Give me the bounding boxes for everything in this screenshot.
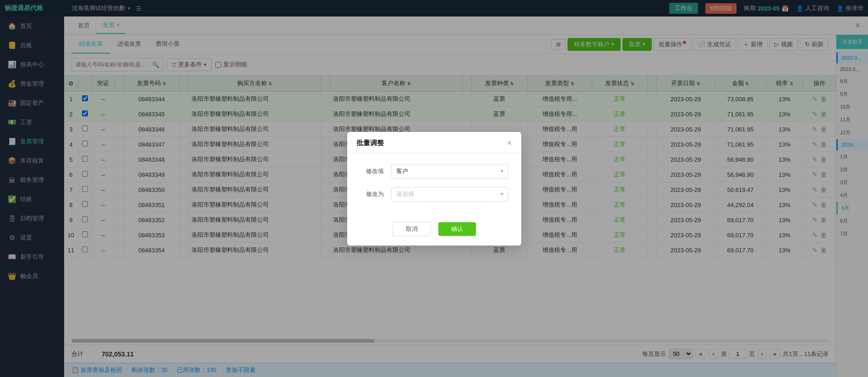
modal-close-button[interactable]: × [507, 138, 512, 148]
modal-overlay: 批量调整 × 修改项 客户 ▾ 修改为 请选择 ▾ 取消 确认 [0, 0, 868, 377]
modal-header: 批量调整 × [347, 132, 521, 153]
modal-title: 批量调整 [356, 139, 384, 148]
value-dropdown-icon: ▾ [501, 191, 503, 197]
confirm-button[interactable]: 确认 [438, 222, 476, 236]
field-label: 修改项 [360, 167, 384, 175]
value-selector[interactable]: 请选择 ▾ [391, 187, 508, 202]
value-placeholder: 请选择 [396, 190, 414, 198]
modal-field-row: 修改项 客户 ▾ [360, 164, 508, 179]
modal-footer: 取消 确认 [347, 217, 521, 246]
batch-adjust-modal: 批量调整 × 修改项 客户 ▾ 修改为 请选择 ▾ 取消 确认 [347, 132, 521, 246]
modal-body: 修改项 客户 ▾ 修改为 请选择 ▾ [347, 153, 521, 217]
modal-value-row: 修改为 请选择 ▾ [360, 187, 508, 202]
field-selector[interactable]: 客户 ▾ [391, 164, 508, 179]
cancel-button[interactable]: 取消 [393, 222, 431, 236]
value-label: 修改为 [360, 190, 384, 198]
field-value: 客户 [396, 167, 408, 175]
field-dropdown-icon: ▾ [501, 168, 503, 174]
